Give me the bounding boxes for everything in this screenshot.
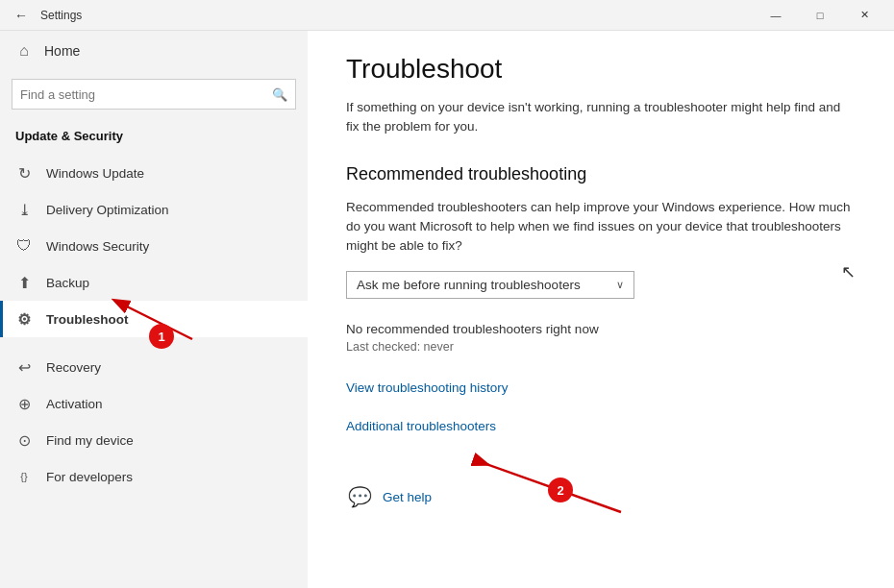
- page-title: Troubleshoot: [346, 54, 856, 85]
- sidebar-item-find-my-device[interactable]: ⊙ Find my device: [0, 422, 308, 458]
- troubleshoot-icon: ⚙: [15, 310, 33, 328]
- recommended-section-title: Recommended troubleshooting: [346, 164, 856, 184]
- sidebar-item-activation[interactable]: ⊕ Activation: [0, 385, 308, 422]
- troubleshoot-dropdown[interactable]: Ask me before running troubleshooters ∨: [346, 271, 634, 299]
- get-help-row: 💬 Get help: [346, 483, 856, 510]
- recommended-description: Recommended troubleshooters can help imp…: [346, 198, 856, 257]
- sidebar-item-label: Find my device: [46, 433, 134, 448]
- chevron-down-icon: ∨: [616, 279, 624, 291]
- no-troubleshooters-text: No recommended troubleshooters right now: [346, 322, 856, 336]
- search-input[interactable]: [20, 87, 272, 102]
- search-icon: 🔍: [272, 87, 287, 102]
- find-device-icon: ⊙: [15, 431, 33, 449]
- activation-icon: ⊕: [15, 395, 33, 412]
- developer-icon: {}: [15, 468, 33, 485]
- close-button[interactable]: ✕: [842, 0, 886, 31]
- sidebar-item-label: Backup: [46, 276, 89, 290]
- sidebar-item-label: Activation: [46, 397, 103, 411]
- page-description: If something on your device isn't workin…: [346, 98, 856, 137]
- dropdown-value: Ask me before running troubleshooters: [357, 278, 581, 292]
- sidebar-section-title: Update & Security: [0, 125, 308, 155]
- recovery-icon: ↩: [15, 358, 33, 376]
- get-help-icon: 💬: [346, 483, 373, 510]
- sidebar-item-label: Delivery Optimization: [46, 203, 169, 217]
- back-button[interactable]: ←: [8, 2, 35, 29]
- sidebar-item-backup[interactable]: ⬆ Backup: [0, 264, 308, 301]
- sidebar-item-for-developers[interactable]: {} For developers: [0, 458, 308, 495]
- view-history-link[interactable]: View troubleshooting history: [346, 380, 856, 395]
- sidebar-item-home[interactable]: ⌂ Home: [0, 31, 308, 71]
- home-icon: ⌂: [15, 42, 33, 60]
- search-box[interactable]: 🔍: [12, 79, 296, 110]
- sidebar-item-label: Windows Security: [46, 239, 149, 254]
- additional-troubleshooters-link[interactable]: Additional troubleshooters: [346, 419, 496, 433]
- minimize-button[interactable]: —: [754, 0, 798, 31]
- shield-icon: 🛡: [15, 237, 33, 255]
- main-layout: ⌂ Home 🔍 Update & Security ↻ Windows Upd…: [0, 31, 894, 588]
- sidebar-item-recovery[interactable]: ↩ Recovery: [0, 349, 308, 385]
- window-controls: — □ ✕: [754, 0, 886, 31]
- last-checked-text: Last checked: never: [346, 340, 856, 354]
- sidebar-item-troubleshoot-wrapper: ⚙ Troubleshoot 1: [0, 301, 308, 337]
- sidebar-item-label: Windows Update: [46, 166, 144, 181]
- sidebar-item-windows-security[interactable]: 🛡 Windows Security: [0, 228, 308, 264]
- maximize-button[interactable]: □: [798, 0, 842, 31]
- additional-troubleshooters-wrapper: Additional troubleshooters 2: [346, 419, 496, 464]
- sidebar-item-label: For developers: [46, 470, 133, 484]
- sidebar: ⌂ Home 🔍 Update & Security ↻ Windows Upd…: [0, 31, 308, 588]
- update-icon: ↻: [15, 164, 33, 182]
- titlebar: ← Settings — □ ✕: [0, 0, 894, 31]
- sidebar-item-label: Recovery: [46, 360, 101, 375]
- sidebar-item-windows-update[interactable]: ↻ Windows Update: [0, 155, 308, 191]
- cursor: ↖: [841, 261, 856, 282]
- app-title: Settings: [40, 9, 754, 22]
- content-area: Troubleshoot If something on your device…: [308, 31, 894, 588]
- backup-icon: ⬆: [15, 274, 33, 291]
- delivery-icon: ⤓: [15, 201, 33, 218]
- get-help-link[interactable]: Get help: [383, 490, 432, 504]
- sidebar-item-label: Troubleshoot: [46, 312, 129, 327]
- annotation-badge-1: 1: [149, 324, 174, 349]
- home-label: Home: [44, 43, 80, 59]
- sidebar-item-delivery-optimization[interactable]: ⤓ Delivery Optimization: [0, 191, 308, 228]
